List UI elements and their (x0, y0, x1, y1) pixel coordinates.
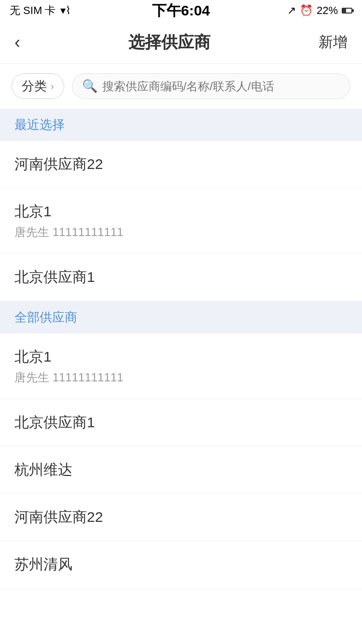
status-right: ↗ ⏰ 22% (287, 4, 352, 17)
status-time: 下午6:04 (152, 1, 210, 21)
back-button[interactable]: ‹ (14, 32, 20, 53)
list-item[interactable]: 河南供应商22 (0, 494, 362, 541)
search-box[interactable]: 🔍 (72, 73, 350, 99)
recent-section-label: 最近选择 (14, 117, 65, 132)
all-section-header: 全部供应商 (0, 301, 362, 334)
all-items-list: 北京1 唐先生 11111111111 北京供应商1 杭州维达 河南供应商22 … (0, 334, 362, 588)
battery-text: 22% (317, 4, 338, 17)
item-name: 河南供应商22 (14, 507, 348, 527)
carrier-text: 无 SIM 卡 (10, 3, 56, 18)
nav-bar: ‹ 选择供应商 新增 (0, 21, 362, 64)
search-input[interactable] (102, 80, 340, 93)
item-name: 杭州维达 (14, 460, 348, 480)
battery-icon (342, 8, 352, 14)
search-icon: 🔍 (82, 79, 97, 94)
item-name: 北京1 (14, 202, 348, 222)
item-name: 苏州清风 (14, 555, 348, 574)
all-section-label: 全部供应商 (14, 310, 77, 324)
list-item[interactable]: 河南供应商22 (0, 141, 362, 188)
alarm-icon: ⏰ (300, 4, 313, 17)
item-sub: 唐先生 11111111111 (14, 224, 348, 240)
item-name: 北京供应商1 (14, 413, 348, 433)
item-name: 北京供应商1 (14, 267, 348, 287)
recent-section-header: 最近选择 (0, 109, 362, 141)
list-item[interactable]: 北京供应商1 (0, 254, 362, 301)
list-item[interactable]: 北京1 唐先生 11111111111 (0, 188, 362, 254)
status-bar: 无 SIM 卡 ▾⌇ 下午6:04 ↗ ⏰ 22% (0, 0, 362, 21)
page-title: 选择供应商 (128, 31, 210, 54)
recent-items-list: 河南供应商22 北京1 唐先生 11111111111 北京供应商1 (0, 141, 362, 301)
category-label: 分类 (22, 78, 47, 95)
wifi-icon: ▾⌇ (60, 4, 71, 17)
list-item[interactable]: 北京1 唐先生 11111111111 (0, 334, 362, 399)
location-icon: ↗ (287, 4, 296, 17)
item-sub: 唐先生 11111111111 (14, 370, 348, 385)
list-item[interactable]: 苏州清风 (0, 541, 362, 588)
filter-row: 分类 › 🔍 (0, 64, 362, 109)
item-name: 北京1 (14, 347, 348, 367)
add-button[interactable]: 新增 (319, 32, 348, 52)
status-left: 无 SIM 卡 ▾⌇ (10, 3, 71, 18)
item-name: 河南供应商22 (14, 154, 348, 174)
list-item[interactable]: 北京供应商1 (0, 399, 362, 447)
category-button[interactable]: 分类 › (12, 73, 64, 99)
list-item[interactable]: 杭州维达 (0, 447, 362, 494)
chevron-right-icon: › (51, 81, 54, 92)
